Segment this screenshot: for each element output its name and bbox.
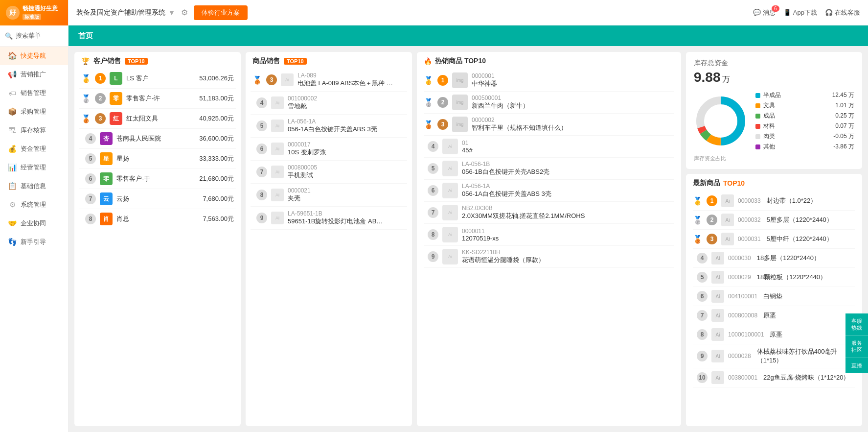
- sidebar-item-ops[interactable]: 📊 经营管理: [0, 158, 68, 177]
- product-sales-section: 商品销售 TOP10 🥉 3 Ai LA-089 电池盖 LA-089 ABS本…: [246, 52, 412, 426]
- legend-color: [755, 134, 760, 139]
- customer-rank-item[interactable]: 🥇 1 L LS 客户 53,006.26元: [79, 69, 236, 89]
- hot-product-item[interactable]: 🥉 3 img 0000002 智利车子里（规格不知道填什么）: [424, 114, 674, 136]
- service-community[interactable]: 服务社区: [845, 336, 868, 358]
- new-product-item[interactable]: 7 Ai 000800008 原垩: [693, 306, 855, 325]
- product-code: 10000100001: [728, 331, 764, 338]
- product-info: 0000011 12070519-xs: [462, 228, 674, 242]
- sidebar-item-quick[interactable]: 🏠 快捷导航: [0, 47, 68, 65]
- customer-rank-item[interactable]: 🥉 3 红 红太阳文具 40,925.00元: [79, 109, 236, 129]
- customer-rank-item[interactable]: 🥈 2 零 零售客户-许 51,183.00元: [79, 89, 236, 109]
- rank-number: 5: [85, 153, 96, 164]
- rank-medal: 🥈: [424, 98, 434, 107]
- legend-name: 其他: [763, 143, 830, 151]
- product-code: 0000001: [472, 72, 674, 79]
- customer-rank-item[interactable]: 7 云 云扬 7,680.00元: [79, 189, 236, 209]
- sidebar-item-guide[interactable]: 👣 新手引导: [0, 233, 68, 251]
- product-info: 0000017 10S 变刺罗浆: [288, 141, 326, 157]
- customer-rank-item[interactable]: 8 肖 肖总 7,563.00元: [79, 209, 236, 229]
- legend-name: 文具: [763, 101, 832, 110]
- customer-rank-item[interactable]: 4 杏 苍南县人民医院 36,600.00元: [79, 129, 236, 149]
- product-sales-item[interactable]: 6 Ai 0000017 10S 变刺罗浆: [251, 138, 407, 161]
- rank-number: 4: [697, 253, 708, 264]
- settings-icon[interactable]: ⚙: [181, 8, 188, 17]
- new-product-item[interactable]: 9 Ai 0000028 体械荔枝味苏打饮品400毫升（1*15）: [693, 344, 855, 368]
- legend-name: 成品: [763, 112, 832, 120]
- product-code: LA-59651-1B: [288, 210, 386, 217]
- legend-color: [755, 93, 760, 98]
- rank-medal: 🥈: [693, 216, 703, 225]
- notification-button[interactable]: 💬 消息 6: [753, 8, 776, 17]
- online-service-button[interactable]: 🎧 在线客服: [825, 8, 860, 17]
- product-thumb: Ai: [442, 249, 458, 264]
- customer-name: 肖总: [116, 215, 199, 223]
- customer-value: 7,680.00元: [203, 194, 234, 203]
- new-product-item[interactable]: 6 Ai 004100001 白钢垫: [693, 287, 855, 306]
- new-product-item[interactable]: 10 Ai 003800001 22g鱼豆腐-烧烤味（1*12*20）: [693, 368, 855, 387]
- product-thumb: Ai: [711, 309, 724, 322]
- legend-item: 文具 1.01 万: [755, 100, 854, 111]
- hot-product-item[interactable]: 6 Ai LA-056-1A 056-1A白色按键开关盖ABS 3壳: [424, 180, 674, 202]
- sidebar-item-marketing[interactable]: 📢 营销推广: [0, 65, 68, 84]
- customer-avatar: 云: [100, 192, 113, 205]
- hot-product-item[interactable]: 🥇 1 img 0000001 中华神器: [424, 70, 674, 92]
- product-name: 体械荔枝味苏打饮品400毫升（1*15）: [757, 347, 855, 365]
- customer-rank-list: 🥇 1 L LS 客户 53,006.26元 🥈 2 零 零售客户-许 51,1…: [74, 69, 241, 234]
- legend-item: 半成品 12.45 万: [755, 90, 854, 100]
- product-sales-item[interactable]: 8 Ai 0000021 夹壳: [251, 184, 407, 207]
- app-download-button[interactable]: 📱 App下载: [783, 8, 817, 17]
- new-product-item[interactable]: 🥉 3 Ai 0000031 5厘中纤（1220*2440）: [693, 230, 855, 249]
- product-sales-item[interactable]: 4 Ai 001000002 雪地靴: [251, 92, 407, 115]
- product-sales-item[interactable]: 7 Ai 000800005 手机测试: [251, 161, 407, 184]
- product-name: 原垩: [763, 311, 776, 320]
- product-sales-item[interactable]: 9 Ai LA-59651-1B 59651-1B旋转投影灯电池盒 ABS黑色+…: [251, 207, 407, 230]
- product-sales-item[interactable]: 5 Ai LA-056-1A 056-1A白色按键开关盖ABS 3壳: [251, 115, 407, 138]
- sidebar-item-purchase[interactable]: 📦 采购管理: [0, 102, 68, 121]
- customer-rank-item[interactable]: 6 零 零售客户-于 21,680.00元: [79, 169, 236, 189]
- product-sales-list: 🥉 3 Ai LA-089 电池盖 LA-089 ABS本色＋黑种 7.1克 4…: [246, 69, 412, 426]
- product-info: KK-SD22110H 花语萌恒温分腿睡袋（厚款）: [462, 249, 674, 264]
- rank-number: 1: [707, 195, 717, 206]
- sidebar-item-inventory[interactable]: 🏗 库存核算: [0, 121, 68, 140]
- hot-product-item[interactable]: 7 Ai NB2.0X30B 2.0X30MM双搓花轴,搓花直径2.1MM/RO…: [424, 202, 674, 224]
- rank-number: 10: [697, 372, 708, 383]
- hot-product-item[interactable]: 9 Ai KK-SD22110H 花语萌恒温分腿睡袋（厚款）: [424, 246, 674, 268]
- rank-number: 5: [256, 120, 267, 131]
- sidebar-item-corp[interactable]: 🤝 企业协同: [0, 214, 68, 233]
- customer-value: 21,680.00元: [199, 174, 234, 183]
- product-thumb: Ai: [442, 183, 458, 198]
- trial-button[interactable]: 体验行业方案: [194, 5, 248, 20]
- new-product-item[interactable]: 4 Ai 0000030 18多层（1220*2440）: [693, 249, 855, 268]
- product-code: 0000028: [728, 353, 751, 360]
- product-sales-item[interactable]: 🥉 3 Ai LA-089 电池盖 LA-089 ABS本色＋黑种 7.1克: [251, 69, 407, 92]
- new-product-item[interactable]: 🥇 1 Ai 0000033 封边带（1.0*22）: [693, 192, 855, 211]
- page-header: 首页: [69, 25, 868, 46]
- hot-product-item[interactable]: 5 Ai LA-056-1B 056-1B白色按键开关壳ABS2壳: [424, 158, 674, 180]
- rank-number: 8: [697, 329, 708, 340]
- product-name: 45#: [462, 146, 674, 154]
- new-product-item[interactable]: 8 Ai 10000100001 原垩: [693, 325, 855, 344]
- search-menu-button[interactable]: 🔍 搜索菜单: [5, 29, 63, 42]
- hot-product-item[interactable]: 4 Ai 01 45#: [424, 136, 674, 158]
- customer-avatar: L: [110, 72, 122, 85]
- legend-color: [755, 114, 760, 119]
- hot-product-item[interactable]: 🥈 2 img 000500001 新西兰牛肉（新牛）: [424, 92, 674, 114]
- live-stream[interactable]: 直播: [845, 358, 868, 373]
- sidebar-item-finance[interactable]: 💰 资金管理: [0, 140, 68, 158]
- sidebar-item-base[interactable]: 📋 基础信息: [0, 177, 68, 195]
- search-icon: 🔍: [5, 32, 13, 40]
- customer-service-hotline[interactable]: 客服热线: [845, 313, 868, 336]
- sidebar-item-sales[interactable]: 🏷 销售管理: [0, 84, 68, 102]
- sidebar-item-system[interactable]: ⚙ 系统管理: [0, 195, 68, 214]
- rank-number: 7: [85, 193, 96, 204]
- new-product-item[interactable]: 5 Ai 0000029 18颗粒板（1220*2440）: [693, 268, 855, 287]
- customer-rank-item[interactable]: 5 星 星扬 33,333.00元: [79, 149, 236, 169]
- inventory-title: 库存总资金: [694, 59, 854, 68]
- purchase-icon: 📦: [8, 107, 17, 116]
- new-products-card: 最新商品 TOP10 🥇 1 Ai 0000033 封边带（1.0*22） 🥈 …: [686, 174, 862, 426]
- hot-product-item[interactable]: 8 Ai 0000011 12070519-xs: [424, 224, 674, 246]
- product-code: LA-089: [297, 72, 395, 79]
- legend-value: -0.05 万: [833, 132, 854, 141]
- new-product-item[interactable]: 🥈 2 Ai 0000032 5厘多层（1220*2440）: [693, 211, 855, 230]
- product-thumb: Ai: [271, 212, 284, 224]
